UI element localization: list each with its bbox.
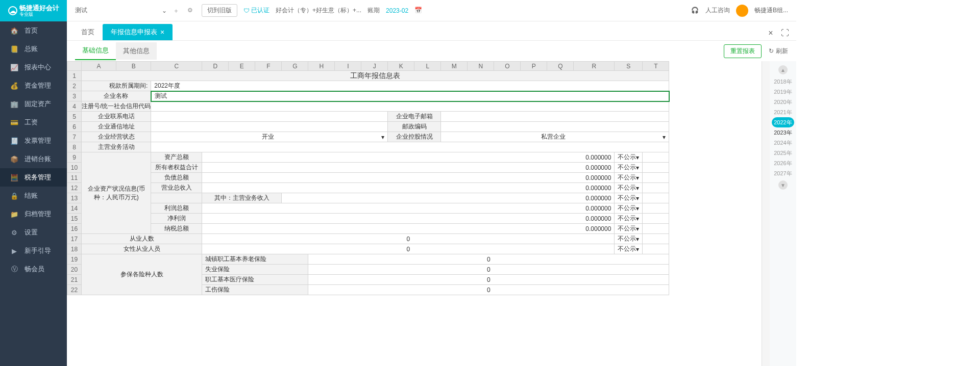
publish-select[interactable]: 不公示▾ [615, 183, 643, 193]
row-header[interactable]: 21 [67, 275, 82, 285]
row-header[interactable]: 5 [67, 112, 82, 122]
value-cell[interactable]: 0.000000 [202, 214, 615, 224]
col-header[interactable]: F [255, 62, 282, 71]
expand-icon[interactable]: ⛶ [780, 28, 790, 38]
year-down-button[interactable]: ▼ [778, 180, 788, 190]
value-cell[interactable]: 0 [202, 244, 615, 254]
row-header[interactable]: 12 [67, 183, 82, 193]
refresh-button[interactable]: ↻ 刷新 [769, 47, 788, 56]
col-header[interactable]: E [229, 62, 255, 71]
value-cell[interactable]: 0 [308, 265, 669, 275]
publish-select[interactable]: 不公示▾ [615, 214, 643, 224]
year-option[interactable]: 2027年 [772, 168, 794, 178]
row-header[interactable]: 4 [67, 101, 82, 112]
value-cell[interactable]: 0 [308, 275, 669, 285]
close-all-icon[interactable]: × [766, 28, 776, 38]
sidebar-item-settings[interactable]: ⚙设置 [0, 223, 67, 242]
row-header[interactable]: 7 [67, 132, 82, 142]
value-cell[interactable]: 0.000000 [202, 183, 615, 193]
year-up-button[interactable]: ▲ [778, 65, 788, 74]
calendar-icon[interactable]: 📅 [414, 7, 423, 15]
sidebar-item-fund[interactable]: 💰资金管理 [0, 76, 67, 95]
sidebar-item-member[interactable]: Ⓥ畅会员 [0, 260, 67, 278]
publish-select[interactable]: 不公示▾ [615, 163, 643, 173]
col-header[interactable]: H [308, 62, 335, 71]
col-header[interactable]: J [361, 62, 388, 71]
value-cell[interactable]: 0.000000 [202, 203, 615, 214]
company-selector[interactable]: 测试 ⌄ [75, 4, 167, 18]
publish-select[interactable]: 不公示▾ [615, 193, 643, 203]
row-header[interactable]: 17 [67, 234, 82, 244]
sidebar-item-salary[interactable]: 💳工资 [0, 113, 67, 132]
publish-select[interactable]: 不公示▾ [615, 173, 643, 183]
col-header[interactable]: D [202, 62, 229, 71]
sidebar-item-stock[interactable]: 📦进销台账 [0, 150, 67, 168]
gear-icon[interactable]: ⚙ [187, 7, 195, 15]
row-header[interactable]: 11 [67, 173, 82, 183]
sidebar-item-tax[interactable]: 🧮税务管理 [0, 168, 67, 187]
col-header[interactable]: M [441, 62, 468, 71]
year-option[interactable]: 2018年 [772, 76, 794, 87]
row-header[interactable]: 1 [67, 71, 82, 81]
year-option[interactable]: 2024年 [772, 138, 794, 148]
tab-annual-report[interactable]: 年报信息申报表 × [103, 24, 173, 40]
publish-select[interactable]: 不公示▾ [615, 203, 643, 214]
holding-select[interactable]: 私营企业▾ [441, 132, 669, 142]
col-header[interactable]: O [494, 62, 521, 71]
value-cell[interactable]: 0.000000 [282, 193, 615, 203]
sidebar-item-archive[interactable]: 📁归档管理 [0, 205, 67, 223]
row-header[interactable]: 2 [67, 81, 82, 91]
publish-select[interactable]: 不公示▾ [615, 244, 643, 254]
period-value[interactable]: 2023-02 [386, 7, 408, 14]
row-header[interactable]: 18 [67, 244, 82, 254]
row-header[interactable]: 16 [67, 224, 82, 234]
row-header[interactable]: 19 [67, 254, 82, 265]
sidebar-item-close[interactable]: 🔒结账 [0, 187, 67, 205]
subtab-other[interactable]: 其他信息 [116, 42, 157, 60]
plus-icon[interactable]: ＋ [173, 7, 181, 15]
row-header[interactable]: 3 [67, 91, 82, 101]
col-header[interactable]: T [643, 62, 669, 71]
user-name[interactable]: 畅捷通B组... [754, 6, 788, 15]
spreadsheet[interactable]: ABCDEFGHIJKLMNOPQRST1工商年报信息表2税款所属期间:2022… [67, 61, 762, 366]
switch-old-button[interactable]: 切到旧版 [202, 4, 237, 17]
biz-status-select[interactable]: 开业▾ [151, 132, 388, 142]
row-header[interactable]: 13 [67, 193, 82, 203]
vertical-scrollbar[interactable] [762, 61, 770, 366]
value-cell[interactable]: 0.000000 [202, 163, 615, 173]
value-cell[interactable]: 0 [308, 254, 669, 265]
support-link[interactable]: 人工咨询 [705, 6, 730, 15]
col-header[interactable]: P [521, 62, 547, 71]
year-option[interactable]: 2026年 [772, 158, 794, 168]
sidebar-item-ledger[interactable]: 📒总账 [0, 40, 67, 58]
sidebar-item-chart[interactable]: 📈报表中心 [0, 58, 67, 76]
year-option[interactable]: 2020年 [772, 97, 794, 107]
col-header[interactable]: C [151, 62, 202, 71]
row-header[interactable]: 20 [67, 265, 82, 275]
sidebar-item-home[interactable]: 🏠首页 [0, 21, 67, 40]
col-header[interactable]: Q [547, 62, 574, 71]
avatar[interactable] [736, 5, 748, 17]
col-header[interactable]: B [116, 62, 151, 71]
year-option[interactable]: 2021年 [772, 107, 794, 117]
col-header[interactable]: A [82, 62, 116, 71]
row-header[interactable]: 8 [67, 142, 82, 152]
row-header[interactable]: 6 [67, 122, 82, 132]
row-header[interactable]: 10 [67, 163, 82, 173]
reset-button[interactable]: 重置报表 [724, 44, 762, 58]
company-name-cell[interactable]: 测试 [151, 91, 669, 101]
headset-icon[interactable]: 🎧 [691, 7, 699, 15]
sidebar-item-invoice[interactable]: 🧾发票管理 [0, 132, 67, 150]
close-icon[interactable]: × [160, 28, 164, 36]
year-option[interactable]: 2025年 [772, 148, 794, 158]
col-header[interactable]: N [468, 62, 494, 71]
value-cell[interactable]: 0 [202, 234, 615, 244]
row-header[interactable]: 9 [67, 152, 82, 163]
publish-select[interactable]: 不公示▾ [615, 234, 643, 244]
tab-home[interactable]: 首页 [73, 24, 103, 40]
col-header[interactable]: I [335, 62, 361, 71]
subtab-basic[interactable]: 基础信息 [75, 42, 116, 60]
row-header[interactable]: 22 [67, 285, 82, 295]
row-header[interactable]: 14 [67, 203, 82, 214]
col-header[interactable]: G [282, 62, 308, 71]
